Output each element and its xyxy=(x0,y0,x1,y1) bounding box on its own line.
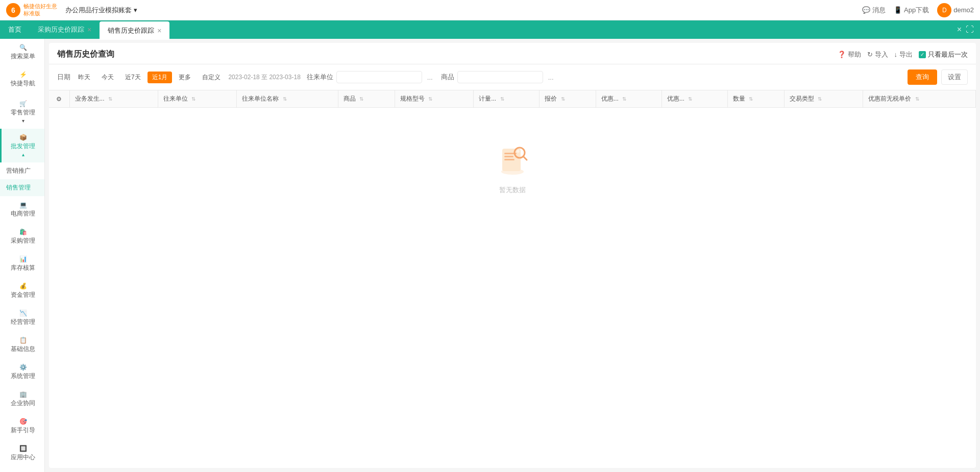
product-ellipsis-btn[interactable]: ... xyxy=(546,74,556,81)
col-no-tax-price[interactable]: 优惠前无税单价 ⇅ xyxy=(863,90,976,108)
col-trade-type[interactable]: 交易类型 ⇅ xyxy=(784,90,863,108)
data-table: ⚙ 业务发生... ⇅ 往来单位 ⇅ 往来单位名称 xyxy=(49,90,976,108)
sidebar-item-purchase[interactable]: 🛍️ 采购管理 xyxy=(0,223,44,250)
home-tab-label: 首页 xyxy=(8,25,21,34)
filter-bar: 日期 昨天 今天 近7天 近1月 更多 自定义 2023-02-18 至 202… xyxy=(49,64,976,90)
tab-sales-history[interactable]: 销售历史价跟踪 × xyxy=(100,21,169,40)
sort-qty-icon: ⇅ xyxy=(749,96,753,102)
sort-discount2-icon: ⇅ xyxy=(688,96,692,102)
partner-label: 往来单位 xyxy=(307,73,333,82)
date-btn-custom[interactable]: 自定义 xyxy=(198,72,225,83)
sidebar-item-retail[interactable]: 🛒 零售管理 ▾ xyxy=(0,95,44,129)
col-qty[interactable]: 数量 ⇅ xyxy=(727,90,784,108)
ecommerce-icon: 💻 xyxy=(19,201,27,208)
purchase-icon: 🛍️ xyxy=(19,228,27,235)
sidebar-item-inventory[interactable]: 📊 库存核算 xyxy=(0,250,44,277)
sidebar-sub-item-sales-mgmt[interactable]: 销售管理 xyxy=(0,179,44,196)
product-input[interactable] xyxy=(457,71,543,83)
col-partner-code[interactable]: 往来单位 ⇅ xyxy=(158,90,237,108)
sidebar-item-basics[interactable]: 📋 基础信息 xyxy=(0,332,44,359)
date-filter-group: 日期 昨天 今天 近7天 近1月 更多 自定义 2023-02-18 至 202… xyxy=(57,72,301,83)
col-product[interactable]: 商品 ⇅ xyxy=(338,90,395,108)
sidebar-item-finance[interactable]: 💰 资金管理 xyxy=(0,277,44,304)
product-filter-group: 商品 ... xyxy=(441,71,556,83)
table-header-row: ⚙ 业务发生... ⇅ 往来单位 ⇅ 往来单位名称 xyxy=(49,90,976,108)
partner-input[interactable] xyxy=(336,71,422,83)
svg-rect-4 xyxy=(504,159,514,160)
sidebar-sub-item-marketing[interactable]: 营销推广 xyxy=(0,162,44,179)
date-btn-more[interactable]: 更多 xyxy=(174,72,195,83)
sort-product-icon: ⇅ xyxy=(359,96,363,102)
col-settings[interactable]: ⚙ xyxy=(49,90,69,108)
settings-icon[interactable]: ⚙ xyxy=(56,96,62,103)
filter-settings-button[interactable]: 设置 xyxy=(941,69,968,85)
col-unit[interactable]: 计量... ⇅ xyxy=(474,90,540,108)
enterprise-icon: 🏢 xyxy=(19,391,27,398)
help-button[interactable]: ❓ 帮助 xyxy=(838,50,861,59)
close-purchase-history-tab-icon[interactable]: × xyxy=(87,26,91,33)
logo-area: 6 畅捷信好生意 标准版 xyxy=(6,3,57,17)
sidebar-item-wechat[interactable]: 💬 企业微信 xyxy=(0,467,44,472)
user-menu[interactable]: D demo2 xyxy=(937,3,974,17)
col-price[interactable]: 报价 ⇅ xyxy=(540,90,596,108)
apps-icon: 🔲 xyxy=(19,445,27,452)
system-icon: ⚙️ xyxy=(19,364,27,371)
retail-icon: 🛒 xyxy=(19,100,27,107)
export-button[interactable]: ↓ 导出 xyxy=(894,50,913,59)
page-header: 销售历史价查询 ❓ 帮助 ↻ 导入 ↓ 导出 ✓ xyxy=(49,43,976,64)
partner-ellipsis-btn[interactable]: ... xyxy=(425,74,435,81)
col-discount1[interactable]: 优惠... ⇅ xyxy=(596,90,662,108)
date-btn-last7[interactable]: 近7天 xyxy=(120,72,145,83)
sidebar-item-enterprise[interactable]: 🏢 企业协同 xyxy=(0,386,44,413)
empty-text: 暂无数据 xyxy=(499,185,526,195)
tab-purchase-history[interactable]: 采购历史价跟踪 × xyxy=(30,20,100,39)
help-icon: ❓ xyxy=(838,51,846,58)
only-last-checkbox-label[interactable]: ✓ 只看最后一次 xyxy=(919,50,968,59)
col-spec[interactable]: 规格型号 ⇅ xyxy=(395,90,474,108)
tab-home[interactable]: 首页 xyxy=(0,20,30,39)
chevron-down-icon: ▾ xyxy=(134,6,137,14)
page-header-actions: ❓ 帮助 ↻ 导入 ↓ 导出 ✓ 只看最后一次 xyxy=(838,50,968,59)
date-btn-yesterday[interactable]: 昨天 xyxy=(74,72,95,83)
sidebar-item-guide[interactable]: 🎯 新手引导 xyxy=(0,413,44,440)
expand-icon[interactable]: ⛶ xyxy=(966,25,974,34)
import-button[interactable]: ↻ 导入 xyxy=(867,50,888,59)
close-all-tabs-icon[interactable]: × xyxy=(957,25,962,34)
sort-no-tax-price-icon: ⇅ xyxy=(915,96,919,102)
close-sales-history-tab-icon[interactable]: × xyxy=(157,27,161,34)
sidebar-item-ecommerce[interactable]: 💻 电商管理 xyxy=(0,196,44,223)
sort-biz-date-icon: ⇅ xyxy=(108,96,112,102)
svg-point-7 xyxy=(517,150,520,153)
wholesale-icon: 📦 xyxy=(19,134,27,141)
date-btn-today[interactable]: 今天 xyxy=(97,72,118,83)
sidebar-item-quick-nav[interactable]: ⚡ 快捷导航 xyxy=(0,66,44,93)
sort-partner-code-icon: ⇅ xyxy=(191,96,195,102)
sidebar-item-wholesale[interactable]: 📦 批发管理 ▴ xyxy=(0,129,44,162)
partner-filter-group: 往来单位 ... xyxy=(307,71,435,83)
sidebar-item-apps[interactable]: 🔲 应用中心 xyxy=(0,440,44,467)
wholesale-expand-icon: ▴ xyxy=(22,152,24,157)
sidebar-item-operations[interactable]: 📉 经营管理 xyxy=(0,304,44,332)
empty-state: 暂无数据 xyxy=(49,108,976,225)
tab-bar-actions: × ⛶ xyxy=(957,25,980,34)
date-label: 日期 xyxy=(57,73,70,82)
app-icon: 📱 xyxy=(894,6,902,14)
import-icon: ↻ xyxy=(867,51,873,58)
only-last-checkbox[interactable]: ✓ xyxy=(919,51,926,58)
col-biz-date[interactable]: 业务发生... ⇅ xyxy=(69,90,158,108)
query-button[interactable]: 查询 xyxy=(908,69,937,85)
operations-icon: 📉 xyxy=(19,310,27,317)
message-button[interactable]: 💬 消息 xyxy=(862,6,886,15)
date-btn-last1m[interactable]: 近1月 xyxy=(148,72,173,83)
sidebar-item-search[interactable]: 🔍 搜索菜单 xyxy=(0,39,44,66)
sort-unit-icon: ⇅ xyxy=(500,96,504,102)
workspace-selector[interactable]: 办公用品行业模拟账套 ▾ xyxy=(61,4,141,17)
inventory-icon: 📊 xyxy=(19,255,27,263)
sidebar-item-system[interactable]: ⚙️ 系统管理 xyxy=(0,359,44,386)
date-buttons: 昨天 今天 近7天 近1月 更多 自定义 xyxy=(74,72,225,83)
app-download-button[interactable]: 📱 App下载 xyxy=(894,6,929,15)
sort-partner-name-icon: ⇅ xyxy=(283,96,287,102)
col-partner-name[interactable]: 往来单位名称 ⇅ xyxy=(237,90,338,108)
col-discount2[interactable]: 优惠... ⇅ xyxy=(662,90,727,108)
sales-history-tab-label: 销售历史价跟踪 xyxy=(108,26,154,35)
